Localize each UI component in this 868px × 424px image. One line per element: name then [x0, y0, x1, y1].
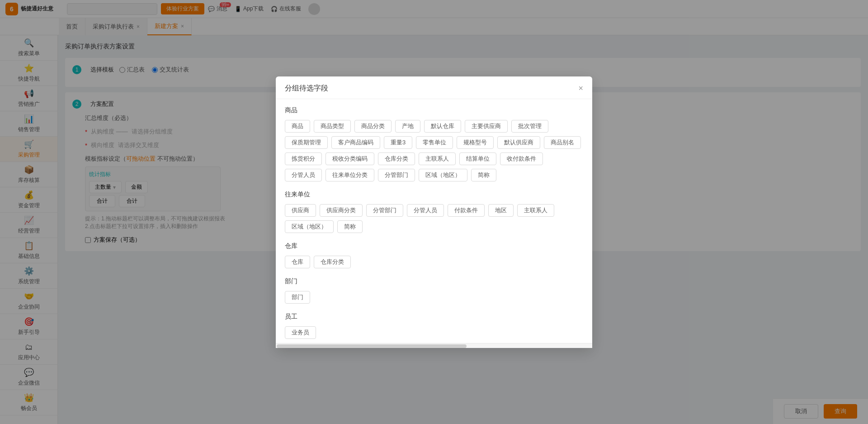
modal-section-部门: 部门部门 — [285, 277, 583, 304]
field-tag[interactable]: 税收分类编码 — [326, 152, 374, 165]
field-tag[interactable]: 商品分类 — [354, 120, 392, 133]
modal-body: 商品商品商品类型商品分类产地默认仓库主要供应商批次管理保质期管理客户商品编码重量… — [276, 99, 592, 343]
field-grid: 仓库仓库分类 — [285, 256, 583, 268]
field-tag[interactable]: 仓库 — [285, 256, 310, 268]
field-tag[interactable]: 收付款条件 — [500, 152, 543, 165]
field-tag[interactable]: 零售单位 — [416, 136, 453, 149]
field-tag[interactable]: 产地 — [395, 120, 420, 133]
field-grid: 商品商品类型商品分类产地默认仓库主要供应商批次管理保质期管理客户商品编码重量3零… — [285, 120, 583, 181]
field-tag[interactable]: 区域（地区） — [419, 169, 467, 181]
field-tag[interactable]: 简称 — [337, 220, 363, 233]
modal-overlay: 分组待选字段 × 商品商品商品类型商品分类产地默认仓库主要供应商批次管理保质期管… — [0, 0, 868, 424]
field-tag[interactable]: 拣货积分 — [285, 152, 322, 165]
field-tag[interactable]: 批次管理 — [511, 120, 548, 133]
field-tag[interactable]: 结算单位 — [459, 152, 496, 165]
field-tag[interactable]: 分管人员 — [285, 169, 322, 181]
field-tag[interactable]: 仓库分类 — [378, 152, 415, 165]
modal-section-往来单位: 往来单位供应商供应商分类分管部门分管人员付款条件地区主联系人区域（地区）简称 — [285, 191, 583, 233]
field-tag[interactable]: 地区 — [488, 204, 514, 217]
field-tag[interactable]: 业务员 — [285, 326, 316, 339]
modal-header: 分组待选字段 × — [276, 76, 592, 99]
field-tag[interactable]: 分管部门 — [378, 169, 415, 181]
field-tag[interactable]: 主联系人 — [419, 152, 456, 165]
field-grid: 业务员 — [285, 326, 583, 339]
modal-field-selector: 分组待选字段 × 商品商品商品类型商品分类产地默认仓库主要供应商批次管理保质期管… — [276, 76, 592, 348]
field-grid: 部门 — [285, 291, 583, 304]
field-tag[interactable]: 默认供应商 — [497, 136, 540, 149]
modal-title: 分组待选字段 — [285, 84, 328, 93]
scrollbar-thumb — [277, 344, 467, 348]
field-tag[interactable]: 仓库分类 — [314, 256, 351, 268]
field-tag[interactable]: 商品 — [285, 120, 310, 133]
field-tag[interactable]: 默认仓库 — [424, 120, 461, 133]
field-tag[interactable]: 主联系人 — [517, 204, 554, 217]
section-title: 商品 — [285, 106, 583, 114]
field-tag[interactable]: 分管部门 — [366, 204, 403, 217]
section-title: 员工 — [285, 313, 583, 321]
section-title: 部门 — [285, 277, 583, 286]
modal-horizontal-scrollbar[interactable] — [276, 343, 592, 348]
field-tag[interactable]: 付款条件 — [448, 204, 485, 217]
field-tag[interactable]: 供应商 — [285, 204, 316, 217]
field-grid: 供应商供应商分类分管部门分管人员付款条件地区主联系人区域（地区）简称 — [285, 204, 583, 233]
field-tag[interactable]: 区域（地区） — [285, 220, 334, 233]
field-tag[interactable]: 分管人员 — [407, 204, 444, 217]
field-tag[interactable]: 商品类型 — [314, 120, 351, 133]
modal-section-仓库: 仓库仓库仓库分类 — [285, 242, 583, 268]
modal-close-button[interactable]: × — [578, 84, 583, 92]
field-tag[interactable]: 部门 — [285, 291, 310, 304]
field-tag[interactable]: 商品别名 — [544, 136, 581, 149]
field-tag[interactable]: 简称 — [471, 169, 496, 181]
section-title: 往来单位 — [285, 191, 583, 199]
modal-section-员工: 员工业务员 — [285, 313, 583, 339]
field-tag[interactable]: 主要供应商 — [465, 120, 508, 133]
field-tag[interactable]: 供应商分类 — [320, 204, 363, 217]
section-title: 仓库 — [285, 242, 583, 250]
field-tag[interactable]: 客户商品编码 — [331, 136, 380, 149]
modal-section-商品: 商品商品商品类型商品分类产地默认仓库主要供应商批次管理保质期管理客户商品编码重量… — [285, 106, 583, 181]
field-tag[interactable]: 重量3 — [384, 136, 412, 149]
field-tag[interactable]: 往来单位分类 — [326, 169, 374, 181]
field-tag[interactable]: 保质期管理 — [285, 136, 328, 149]
field-tag[interactable]: 规格型号 — [457, 136, 494, 149]
